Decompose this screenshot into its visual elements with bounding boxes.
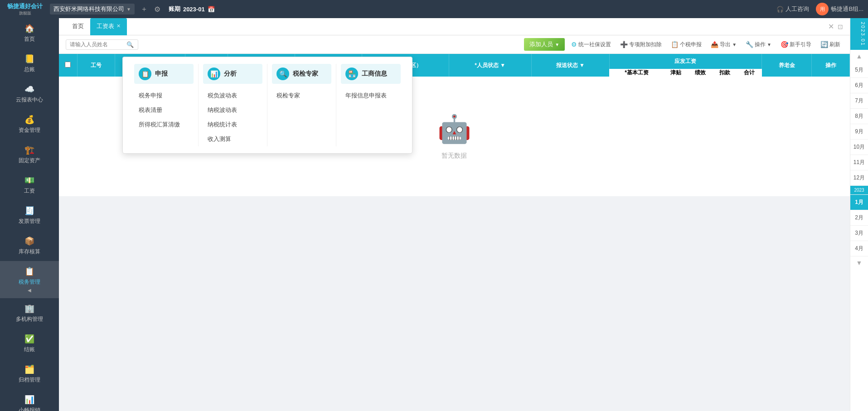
guide-btn-icon: 🎯: [781, 41, 788, 48]
next-year-btn[interactable]: ▼: [856, 256, 863, 269]
month-5[interactable]: 5月: [850, 63, 868, 78]
app-subtitle: 旗舰版: [19, 10, 31, 16]
social-security-btn[interactable]: ⚙ 统一社保设置: [568, 39, 614, 50]
sidebar-item-multi[interactable]: 🏢 多机构管理: [0, 298, 59, 329]
annual-report-item[interactable]: 年报信息申报表: [341, 88, 401, 103]
declaration-header: 📋 申报: [134, 64, 194, 84]
window-close-icon[interactable]: ✕: [828, 22, 834, 31]
year-2023-label: 2023: [850, 186, 868, 195]
add-icon[interactable]: ＋: [139, 3, 149, 15]
month-11[interactable]: 11月: [850, 155, 868, 170]
tax-declaration-item[interactable]: 税务申报: [134, 88, 194, 103]
status-filter-icon[interactable]: ▼: [500, 62, 505, 68]
tax-icon: 📋: [24, 266, 34, 276]
sidebar-item-home[interactable]: 🏠 首页: [0, 18, 59, 48]
tax-payment-item[interactable]: 纳税波动表: [203, 103, 262, 117]
bizinfo-header: 🏪 工商信息: [341, 64, 401, 84]
taxexpert-title: 税检专家: [293, 70, 318, 78]
sidebar-item-xiaochang[interactable]: 📊 小畅报销: [0, 389, 59, 411]
month-7[interactable]: 7月: [850, 93, 868, 109]
refresh-label: 刷新: [829, 41, 840, 48]
archive-icon: 🗂️: [24, 364, 34, 374]
period-label-text: 账期: [169, 5, 180, 13]
special-deduct-icon: ➕: [620, 41, 628, 48]
sidebar-collapse-icon: ◀: [28, 288, 31, 293]
refresh-icon: 🔄: [820, 41, 828, 48]
tab-salary-table[interactable]: 工资表 ✕: [90, 18, 127, 35]
prev-year-btn[interactable]: ▲: [856, 50, 863, 63]
month-9[interactable]: 9月: [850, 124, 868, 140]
tax-decl-icon: 📋: [671, 41, 679, 48]
service-link[interactable]: 🎧 人工咨询: [776, 5, 809, 13]
operations-btn[interactable]: 🔧 操作 ▼: [743, 39, 774, 50]
company-selector[interactable]: 西安虾米网络科技有限公司 ▼: [50, 4, 135, 15]
tab-close-icon[interactable]: ✕: [116, 23, 121, 29]
income-tax-item[interactable]: 所得税汇算清缴: [134, 117, 194, 132]
allowance-header: 津贴: [664, 69, 688, 77]
app-logo: 畅捷通好会计 旗舰版: [5, 2, 45, 16]
sidebar-item-cloud[interactable]: ☁️ 云报表中心: [0, 79, 59, 109]
export-btn[interactable]: 📤 导出 ▼: [708, 39, 739, 50]
month-10[interactable]: 10月: [850, 140, 868, 155]
month-4[interactable]: 4月: [850, 241, 868, 256]
tab-salary-label: 工资表: [97, 22, 114, 30]
special-deduct-btn[interactable]: ➕ 专项附加扣除: [617, 39, 664, 50]
send-filter-icon[interactable]: ▼: [579, 62, 585, 68]
dropdown-section-bizinfo: 🏪 工商信息 年报信息申报表: [336, 64, 405, 146]
sidebar-item-inventory[interactable]: 📦 库存核算: [0, 231, 59, 261]
user-info[interactable]: 用 畅捷通B组...: [816, 3, 863, 15]
sidebar-item-tax[interactable]: 📋 税务管理 ◀: [0, 261, 59, 298]
export-icon: 📤: [711, 41, 718, 48]
sidebar-item-ledger[interactable]: 📒 总账: [0, 48, 59, 79]
period-info: 账期 2023-01 📅: [169, 5, 215, 13]
header-actions: ＋ ⚙: [139, 3, 162, 15]
headphone-icon: 🎧: [776, 6, 784, 13]
deduction-header: 扣款: [713, 69, 737, 77]
month-8[interactable]: 8月: [850, 109, 868, 124]
right-panel-header: 2023.01: [850, 18, 868, 50]
app-title: 畅捷通好会计: [7, 2, 43, 10]
search-wrap: 🔍: [66, 39, 138, 50]
tab-home-label: 首页: [72, 22, 84, 30]
declaration-icon: 📋: [139, 68, 151, 80]
declaration-title: 申报: [155, 70, 168, 78]
no-data-robot-icon: 🤖: [437, 113, 471, 145]
tab-home[interactable]: 首页: [66, 18, 90, 35]
add-person-button[interactable]: 添加人员 ▼: [524, 38, 565, 51]
sidebar-item-salary[interactable]: 💵 工资: [0, 170, 59, 200]
taxexpert-item[interactable]: 税检专家: [272, 88, 331, 103]
guide-button[interactable]: 🎯 新手引导: [778, 39, 814, 50]
tax-declaration-btn[interactable]: 📋 个税申报: [668, 39, 704, 50]
service-label: 人工咨询: [786, 5, 809, 13]
sidebar: 🏠 首页 📒 总账 ☁️ 云报表中心 💰 资金管理 🏗️ 固定资产 💵 工资 🧾…: [0, 18, 59, 411]
month-12[interactable]: 12月: [850, 170, 868, 186]
dropdown-section-declaration: 📋 申报 税务申报 税表清册 所得税汇算清缴: [130, 64, 199, 146]
window-restore-icon[interactable]: ⊡: [838, 23, 843, 30]
select-all-checkbox[interactable]: [65, 62, 71, 68]
checkbox-header[interactable]: [59, 54, 77, 77]
operations-icon: 🔧: [746, 41, 753, 48]
tax-stat-item[interactable]: 纳税统计表: [203, 117, 262, 132]
invoice-icon: 🧾: [24, 206, 34, 216]
sidebar-item-assets[interactable]: 🏗️ 固定资产: [0, 140, 59, 170]
refresh-button[interactable]: 🔄 刷新: [818, 39, 843, 50]
search-input[interactable]: [70, 41, 124, 48]
month-6[interactable]: 6月: [850, 78, 868, 93]
bizinfo-icon: 🏪: [345, 68, 358, 80]
tax-declaration-label: 个税申报: [680, 41, 702, 48]
sidebar-item-archive[interactable]: 🗂️ 归档管理: [0, 359, 59, 389]
sidebar-item-checkout[interactable]: ✅ 结账: [0, 329, 59, 359]
chevron-down-icon: ▼: [126, 7, 131, 12]
cloud-icon: ☁️: [24, 84, 34, 94]
settings-icon[interactable]: ⚙: [153, 4, 162, 15]
month-1-active[interactable]: 1月: [850, 195, 868, 210]
sidebar-item-fund[interactable]: 💰 资金管理: [0, 109, 59, 140]
tax-burden-item[interactable]: 税负波动表: [203, 88, 262, 103]
tax-table-item[interactable]: 税表清册: [134, 103, 194, 117]
month-3[interactable]: 3月: [850, 226, 868, 241]
sidebar-item-invoice[interactable]: 🧾 发票管理: [0, 200, 59, 231]
dropdown-section-analysis: 📊 分析 税负波动表 纳税波动表 纳税统计表 收入测算: [199, 64, 267, 146]
month-2[interactable]: 2月: [850, 210, 868, 226]
income-calc-item[interactable]: 收入测算: [203, 132, 262, 146]
calendar-icon[interactable]: 📅: [208, 6, 215, 13]
